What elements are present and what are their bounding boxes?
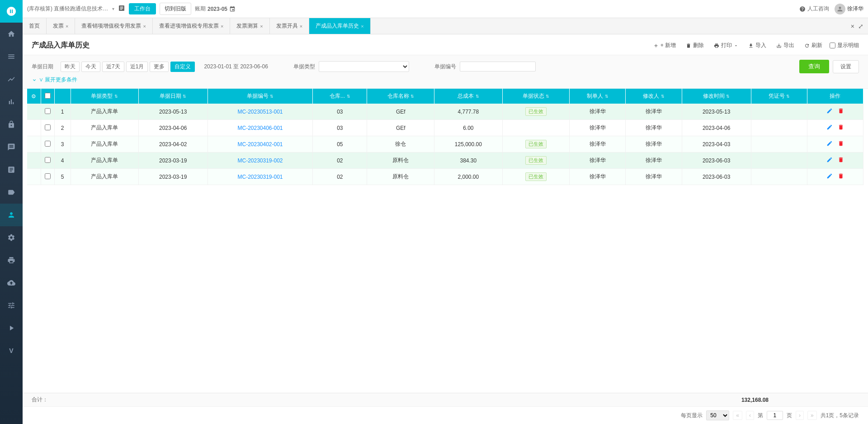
row-checkbox-cell[interactable] <box>41 104 54 120</box>
row-delete-button[interactable] <box>836 123 846 133</box>
workbench-button[interactable]: 工作台 <box>129 3 156 14</box>
tab-input-vat[interactable]: 查看进项增值税专用发票 × <box>153 18 230 34</box>
row-checkbox[interactable] <box>45 108 51 114</box>
row-checkbox-cell[interactable] <box>41 169 54 185</box>
row-checkbox[interactable] <box>45 173 51 179</box>
col-voucher[interactable]: 凭证号 ⇅ <box>751 89 807 104</box>
tab-close-icon[interactable]: × <box>143 24 146 29</box>
col-warehouse-name[interactable]: 仓库名称 ⇅ <box>367 89 434 104</box>
row-edit-button[interactable] <box>825 107 835 116</box>
row-edit-button[interactable] <box>825 172 835 181</box>
row-edit-button[interactable] <box>825 156 835 165</box>
col-type[interactable]: 单据类型 ⇅ <box>71 89 138 104</box>
tab-close-all-button[interactable]: × <box>851 23 854 30</box>
sidebar-item-message[interactable] <box>0 136 23 158</box>
tab-close-icon[interactable]: × <box>221 24 223 29</box>
col-modify-time[interactable]: 修改时间 ⇅ <box>682 89 751 104</box>
row-number-link[interactable]: MC-20230402-001 <box>237 141 283 148</box>
row-number-cell[interactable]: MC-20230402-001 <box>208 136 313 152</box>
row-checkbox-cell[interactable] <box>41 120 54 136</box>
show-detail-checkbox-label[interactable]: 显示明细 <box>830 42 859 49</box>
row-number-cell[interactable]: MC-20230406-001 <box>208 120 313 136</box>
last-page-button[interactable]: » <box>807 411 817 420</box>
tab-invoice[interactable]: 发票 × <box>47 18 75 34</box>
import-button[interactable]: 导入 <box>745 40 769 51</box>
row-number-link[interactable]: MC-20230319-001 <box>237 174 283 180</box>
sidebar-item-analytics[interactable] <box>0 91 23 113</box>
col-creator[interactable]: 制单人 ⇅ <box>570 89 626 104</box>
doc-icon[interactable] <box>118 5 125 13</box>
row-checkbox[interactable] <box>45 141 51 147</box>
title-dropdown-arrow[interactable]: ▾ <box>112 6 114 11</box>
date-yesterday-btn[interactable]: 昨天 <box>61 62 80 72</box>
row-number-link[interactable]: MC-20230406-001 <box>237 125 283 131</box>
sidebar-item-doc[interactable] <box>0 158 23 181</box>
tab-invoice-issue[interactable]: 发票开具 × <box>270 18 309 34</box>
next-page-button[interactable]: › <box>796 411 804 420</box>
date-today-btn[interactable]: 今天 <box>81 62 100 72</box>
tab-close-icon[interactable]: × <box>66 24 68 29</box>
sidebar-item-settings[interactable] <box>0 226 23 249</box>
tab-invoice-calc[interactable]: 发票测算 × <box>230 18 269 34</box>
date-custom-btn[interactable]: 自定义 <box>170 62 195 72</box>
row-edit-button[interactable] <box>825 123 835 133</box>
prev-page-button[interactable]: ‹ <box>746 411 754 420</box>
col-total-cost[interactable]: 总成本 ⇅ <box>434 89 502 104</box>
tab-product-instock-history[interactable]: 产成品入库单历史 × <box>309 18 370 34</box>
page-number-input[interactable] <box>767 411 783 420</box>
row-number-cell[interactable]: MC-20230319-002 <box>208 152 313 169</box>
sidebar-item-user[interactable] <box>0 204 23 226</box>
settings-button[interactable]: 设置 <box>833 60 859 73</box>
sidebar-item-menu[interactable] <box>0 45 23 68</box>
sidebar-item-lock[interactable] <box>0 113 23 136</box>
tab-close-icon[interactable]: × <box>260 24 263 29</box>
date-more-btn[interactable]: 更多 <box>150 62 169 72</box>
row-edit-button[interactable] <box>825 139 835 149</box>
sidebar-item-chart[interactable] <box>0 68 23 91</box>
sidebar-item-home[interactable] <box>0 23 23 45</box>
tab-sales-vat[interactable]: 查看销项增值税专用发票 × <box>75 18 152 34</box>
tab-close-active-icon[interactable]: × <box>361 24 363 29</box>
row-number-cell[interactable]: MC-20230513-001 <box>208 104 313 120</box>
select-all-checkbox[interactable] <box>45 93 51 99</box>
date-7days-btn[interactable]: 近7天 <box>102 62 124 72</box>
show-detail-checkbox[interactable] <box>830 43 835 48</box>
row-checkbox[interactable] <box>45 124 51 130</box>
col-settings[interactable]: ⚙ <box>27 89 41 104</box>
row-number-link[interactable]: MC-20230319-002 <box>237 157 283 164</box>
sidebar-item-upload[interactable] <box>0 272 23 294</box>
sidebar-item-print[interactable] <box>0 249 23 272</box>
row-number-link[interactable]: MC-20230513-001 <box>237 109 283 115</box>
row-checkbox[interactable] <box>45 157 51 163</box>
row-delete-button[interactable] <box>836 172 846 181</box>
row-number-cell[interactable]: MC-20230319-001 <box>208 169 313 185</box>
delete-button[interactable]: 删除 <box>683 40 707 51</box>
help-button[interactable]: 人工咨询 <box>799 5 829 13</box>
col-number[interactable]: 单据编号 ⇅ <box>208 89 313 104</box>
col-modifier[interactable]: 修改人 ⇅ <box>626 89 682 104</box>
per-page-select[interactable]: 50 100 <box>706 410 729 420</box>
expand-more-button[interactable]: ∨ 展开更多条件 <box>32 76 77 84</box>
sidebar-item-tag[interactable] <box>0 181 23 204</box>
new-button[interactable]: + 新增 <box>651 40 679 51</box>
row-delete-button[interactable] <box>836 156 846 165</box>
sidebar-item-version[interactable]: V <box>0 339 23 362</box>
sidebar-item-run[interactable] <box>0 317 23 339</box>
export-button[interactable]: 导出 <box>774 40 797 51</box>
tab-expand-button[interactable]: ⤢ <box>858 23 863 30</box>
switch-old-version-button[interactable]: 切到旧版 <box>160 3 191 15</box>
col-date[interactable]: 单据日期 ⇅ <box>138 89 208 104</box>
user-menu[interactable]: 徐泽华 <box>835 4 863 14</box>
col-checkbox[interactable] <box>41 89 54 104</box>
date-1month-btn[interactable]: 近1月 <box>126 62 148 72</box>
col-warehouse-code[interactable]: 仓库... ⇅ <box>313 89 367 104</box>
tab-close-icon[interactable]: × <box>300 24 302 29</box>
query-button[interactable]: 查询 <box>799 60 829 73</box>
col-status[interactable]: 单据状态 ⇅ <box>502 89 570 104</box>
row-checkbox-cell[interactable] <box>41 152 54 169</box>
number-filter-input[interactable] <box>460 62 536 71</box>
row-delete-button[interactable] <box>836 139 846 149</box>
tab-home[interactable]: 首页 <box>23 18 47 34</box>
refresh-button[interactable]: 刷新 <box>802 40 825 51</box>
row-delete-button[interactable] <box>836 107 846 116</box>
